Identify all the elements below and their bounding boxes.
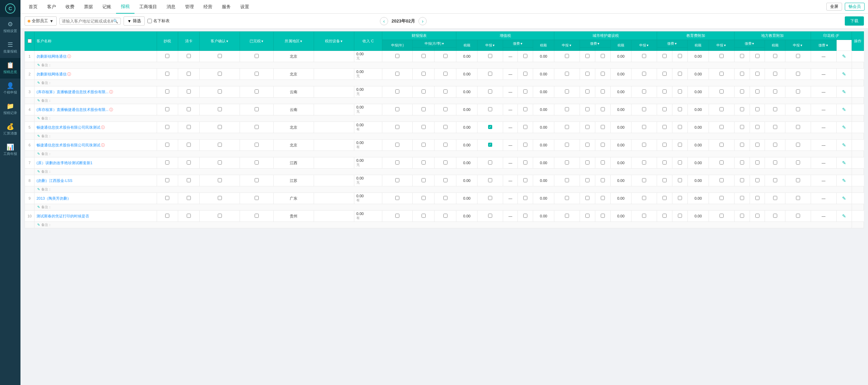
- remark-cell[interactable]: ✎备注：: [34, 151, 852, 157]
- local-fee-checkbox1[interactable]: [740, 214, 744, 218]
- city-fee-cell2[interactable]: [595, 86, 610, 98]
- city-declare-checkbox[interactable]: [565, 89, 569, 94]
- local-declare-checkbox[interactable]: [720, 72, 724, 76]
- city-declare-checkbox[interactable]: [565, 72, 569, 76]
- caibao-year-checkbox[interactable]: [395, 107, 399, 111]
- edu-fee-checkbox2[interactable]: [678, 160, 682, 165]
- vat-declare-checkbox[interactable]: [488, 89, 492, 94]
- vat-declare-checkbox[interactable]: [488, 196, 492, 200]
- edu-fee-checkbox2[interactable]: [678, 214, 682, 218]
- edu-fee-cell2[interactable]: [672, 122, 688, 133]
- vat-fee-checkbox[interactable]: [523, 178, 527, 182]
- edu-fee-checkbox2[interactable]: [678, 143, 682, 147]
- client-confirm-cell[interactable]: [200, 122, 240, 133]
- edu-fee-checkbox1[interactable]: [663, 72, 667, 76]
- client-name-cell[interactable]: 测试斯春的凭证打印的时候是否: [34, 211, 157, 222]
- client-confirm-checkbox[interactable]: [218, 125, 222, 129]
- city-fee-cell1[interactable]: [580, 193, 595, 204]
- caibao-month-cell1[interactable]: [413, 193, 435, 204]
- sidebar-item-personal-tax[interactable]: 👤 个税申报: [0, 79, 20, 99]
- city-fee-checkbox2[interactable]: [601, 125, 605, 129]
- city-declare-cell[interactable]: [554, 140, 580, 151]
- vat-declare-checkbox[interactable]: [488, 178, 492, 182]
- edu-declare-checkbox[interactable]: [642, 214, 646, 218]
- edit-cell[interactable]: ✎: [836, 211, 852, 222]
- local-declare-checkbox[interactable]: [720, 54, 724, 58]
- caibao-month-checkbox1[interactable]: [422, 107, 426, 111]
- remark-pencil-icon[interactable]: ✎: [37, 99, 40, 102]
- caibao-year-checkbox[interactable]: [395, 72, 399, 76]
- caibao-year-cell[interactable]: [382, 51, 413, 62]
- local-fee-checkbox2[interactable]: [755, 72, 759, 76]
- city-fee-checkbox1[interactable]: [585, 214, 589, 218]
- paid-tax-cell[interactable]: [240, 51, 273, 62]
- edu-fee-checkbox1[interactable]: [663, 196, 667, 200]
- edu-fee-checkbox1[interactable]: [663, 125, 667, 129]
- edit-icon[interactable]: ✎: [842, 71, 846, 77]
- edu-fee-checkbox2[interactable]: [678, 89, 682, 94]
- edu-fee-cell1[interactable]: [657, 69, 672, 80]
- paid-tax-checkbox[interactable]: [255, 178, 259, 182]
- edu-declare-cell[interactable]: [631, 104, 657, 115]
- caibao-year-checkbox[interactable]: [395, 160, 399, 165]
- city-fee-cell2[interactable]: [595, 175, 610, 186]
- stamp-declare-cell[interactable]: [785, 193, 811, 204]
- caibao-month-checkbox1[interactable]: [422, 143, 426, 147]
- copy-tax-cell[interactable]: [157, 140, 178, 151]
- edit-icon[interactable]: ✎: [842, 213, 846, 219]
- nav-client[interactable]: 客户: [42, 0, 61, 14]
- edit-icon[interactable]: ✎: [842, 54, 846, 59]
- local-fee-cell1[interactable]: [734, 86, 750, 98]
- local-fee-checkbox1[interactable]: [740, 54, 744, 58]
- named-list-checkbox[interactable]: [147, 19, 152, 23]
- city-declare-checkbox[interactable]: [565, 178, 569, 182]
- vat-fee-checkbox[interactable]: [523, 89, 527, 94]
- next-month-button[interactable]: ›: [418, 17, 427, 25]
- stamp-declare-checkbox[interactable]: [796, 107, 800, 111]
- client-name-cell[interactable]: 畅捷通信息技术股份有限公司民珠测试ⓘ: [34, 140, 157, 151]
- caibao-month-cell1[interactable]: [413, 211, 435, 222]
- clear-card-checkbox[interactable]: [187, 72, 191, 76]
- city-declare-checkbox[interactable]: [565, 54, 569, 58]
- vat-fee-cell2[interactable]: [518, 51, 533, 62]
- edu-fee-cell1[interactable]: [657, 122, 672, 133]
- caibao-month-checkbox1[interactable]: [422, 214, 426, 218]
- local-declare-checkbox[interactable]: [720, 160, 724, 165]
- caibao-month-cell2[interactable]: [435, 51, 456, 62]
- caibao-year-cell[interactable]: [382, 140, 413, 151]
- copy-tax-checkbox[interactable]: [165, 125, 169, 129]
- client-confirm-cell[interactable]: [200, 175, 240, 186]
- client-confirm-cell[interactable]: [200, 193, 240, 204]
- city-fee-checkbox2[interactable]: [601, 196, 605, 200]
- edu-declare-checkbox[interactable]: [642, 107, 646, 111]
- copy-tax-checkbox[interactable]: [165, 178, 169, 182]
- client-name-cell[interactable]: 勿删新锐网络通信ⓘ: [34, 51, 157, 62]
- city-fee-cell1[interactable]: [580, 140, 595, 151]
- city-fee-cell2[interactable]: [595, 69, 610, 80]
- edit-icon[interactable]: ✎: [842, 160, 846, 166]
- paid-tax-cell[interactable]: [240, 193, 273, 204]
- stamp-amount-cell[interactable]: [765, 211, 785, 222]
- client-confirm-checkbox[interactable]: [218, 54, 222, 58]
- local-fee-checkbox2[interactable]: [755, 196, 759, 200]
- edu-declare-cell[interactable]: [631, 193, 657, 204]
- copy-tax-cell[interactable]: [157, 86, 178, 98]
- sidebar-item-tax-settings[interactable]: ⚙ 报税设置: [0, 17, 20, 38]
- nav-bookkeeping[interactable]: 记账: [98, 0, 116, 14]
- client-confirm-checkbox[interactable]: [218, 89, 222, 94]
- caibao-month-cell1[interactable]: [413, 140, 435, 151]
- city-fee-cell2[interactable]: [595, 211, 610, 222]
- edu-fee-checkbox2[interactable]: [678, 178, 682, 182]
- local-fee-checkbox2[interactable]: [755, 160, 759, 165]
- caibao-month-cell2[interactable]: [435, 122, 456, 133]
- edu-fee-checkbox2[interactable]: [678, 54, 682, 58]
- city-fee-cell1[interactable]: [580, 51, 595, 62]
- vat-fee-cell2[interactable]: [518, 122, 533, 133]
- city-fee-checkbox1[interactable]: [585, 89, 589, 94]
- local-fee-cell2[interactable]: [750, 51, 765, 62]
- remark-cell[interactable]: ✎备注：: [34, 80, 852, 86]
- caibao-month-checkbox2[interactable]: [443, 89, 447, 94]
- local-fee-cell2[interactable]: [750, 193, 765, 204]
- edu-declare-checkbox[interactable]: [642, 89, 646, 94]
- copy-tax-cell[interactable]: [157, 69, 178, 80]
